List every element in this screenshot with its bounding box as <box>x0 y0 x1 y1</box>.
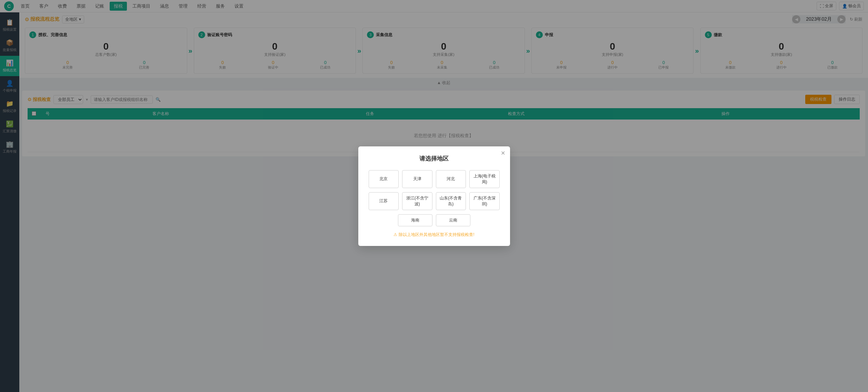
region-grid-row3: 海南 云南 <box>369 214 500 226</box>
modal-note: ⚠ 除以上地区外其他地区暂不支持报税检查! <box>369 232 500 238</box>
region-btn-yunnan[interactable]: 云南 <box>436 214 470 226</box>
region-btn-shanghai[interactable]: 上海(电子税局) <box>469 170 500 188</box>
modal-overlay[interactable]: ✕ 请选择地区 北京 天津 河北 上海(电子税局) 江苏 浙江(不含宁波) 山东… <box>0 0 868 392</box>
region-btn-tianjin[interactable]: 天津 <box>402 170 432 188</box>
region-btn-zhejiang[interactable]: 浙江(不含宁波) <box>402 192 432 210</box>
region-grid-row2: 江苏 浙江(不含宁波) 山东(不含青岛) 广东(不含深圳) <box>369 192 500 210</box>
region-btn-hebei[interactable]: 河北 <box>436 170 466 188</box>
region-btn-jiangsu[interactable]: 江苏 <box>369 192 399 210</box>
region-grid-row1: 北京 天津 河北 上海(电子税局) <box>369 170 500 188</box>
region-select-modal: ✕ 请选择地区 北京 天津 河北 上海(电子税局) 江苏 浙江(不含宁波) 山东… <box>358 146 510 246</box>
warning-icon: ⚠ <box>393 232 397 237</box>
region-btn-shandong[interactable]: 山东(不含青岛) <box>436 192 466 210</box>
region-btn-beijing[interactable]: 北京 <box>369 170 399 188</box>
modal-note-text: 除以上地区外其他地区暂不支持报税检查! <box>399 232 474 238</box>
region-btn-guangdong[interactable]: 广东(不含深圳) <box>469 192 500 210</box>
modal-close-button[interactable]: ✕ <box>501 151 505 156</box>
region-btn-hainan[interactable]: 海南 <box>398 214 432 226</box>
modal-title: 请选择地区 <box>369 155 500 163</box>
